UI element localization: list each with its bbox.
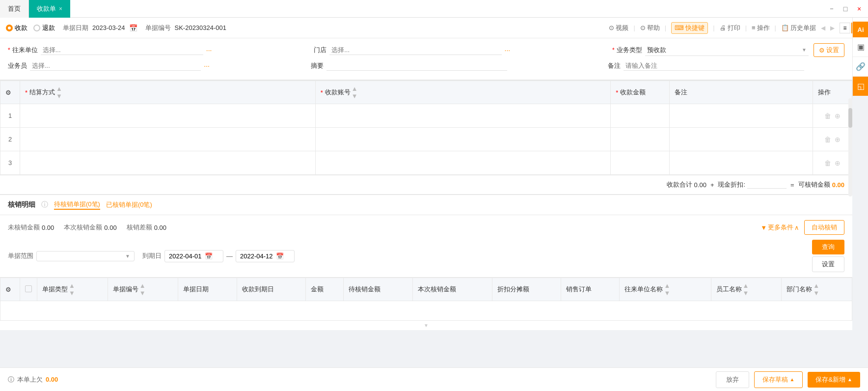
calendar-icon[interactable]: 📅 bbox=[129, 24, 137, 32]
more-conditions-button[interactable]: ▼ 更多条件 ∧ bbox=[760, 223, 799, 232]
scroll-more-indicator: ▼ bbox=[0, 321, 852, 330]
row-2-copy-icon[interactable]: ⊕ bbox=[835, 136, 841, 143]
shortcut-button[interactable]: ⌨ 快捷键 bbox=[671, 22, 708, 34]
date-from-input[interactable]: 2022-04-01 📅 bbox=[164, 250, 223, 262]
store-more-icon[interactable]: ··· bbox=[505, 46, 511, 54]
business-type-select[interactable]: 预收款 ▼ bbox=[645, 45, 809, 56]
date-separator: — bbox=[226, 252, 233, 260]
sidebar-expand-icon[interactable]: ◱ bbox=[853, 77, 868, 96]
writeoff-info-icon[interactable]: ⓘ bbox=[41, 200, 48, 209]
bottom-col-doc-num: 单据编号 ▲▼ bbox=[108, 278, 178, 301]
radio-receipt-dot bbox=[6, 25, 13, 31]
row-2-remark[interactable] bbox=[670, 128, 813, 151]
date-field: 单据日期 2023-03-24 📅 bbox=[63, 24, 137, 32]
th-sort-payment: * 结算方式 ▲▼ bbox=[25, 85, 310, 100]
tab-close-icon[interactable]: × bbox=[59, 5, 62, 12]
select-all-checkbox[interactable] bbox=[25, 285, 32, 292]
history-button[interactable]: 📋 历史单据 bbox=[781, 24, 816, 32]
settings-button[interactable]: ⚙ 设置 bbox=[814, 43, 844, 57]
nav-prev[interactable]: ◀ bbox=[821, 25, 825, 31]
writeoff-section-header: 核销明细 ⓘ 待核销单据(0笔) 已核销单据(0笔) bbox=[0, 195, 852, 215]
sort-staff: ▲▼ bbox=[743, 282, 749, 297]
ai-button[interactable]: Ai bbox=[853, 22, 868, 37]
auto-writeoff-button[interactable]: 自动核销 bbox=[804, 220, 844, 235]
save-draft-label: 保存草稿 bbox=[762, 375, 788, 384]
help-button[interactable]: ⊙ 帮助 bbox=[640, 24, 660, 32]
range-select-arrow: ▼ bbox=[125, 253, 130, 259]
row-1-payment-method[interactable] bbox=[20, 104, 316, 128]
discount-label: 现金折扣: bbox=[718, 180, 745, 189]
range-select[interactable]: ▼ bbox=[36, 251, 135, 261]
sort-icon-payment: ▲▼ bbox=[56, 85, 62, 100]
plus-sign: + bbox=[710, 181, 714, 189]
video-icon: ⊙ bbox=[609, 24, 614, 31]
save-draft-button[interactable]: 保存草稿 ▲ bbox=[754, 371, 803, 388]
current-writeoff-value: 0.00 bbox=[104, 224, 116, 231]
row-3-copy-icon[interactable]: ⊕ bbox=[835, 159, 841, 167]
radio-receipt[interactable]: 收款 bbox=[6, 24, 27, 32]
filter-setting-button[interactable]: 设置 bbox=[812, 256, 844, 272]
row-3-remark[interactable] bbox=[670, 151, 813, 175]
minimize-button[interactable]: － bbox=[827, 4, 837, 14]
row-3-delete-icon[interactable]: 🗑 bbox=[824, 159, 831, 167]
print-button[interactable]: 🖨 打印 bbox=[720, 24, 740, 32]
sort-doc-num: ▲▼ bbox=[139, 282, 146, 297]
bottom-col-setting[interactable]: ⚙ bbox=[0, 278, 20, 301]
uncanceled-stat: 未核销金额 0.00 bbox=[8, 223, 54, 232]
due-date-field: 到期日 2022-04-01 📅 — 2022-04-12 📅 bbox=[142, 250, 295, 262]
writeoff-title: 核销明细 bbox=[8, 200, 35, 209]
row-2-account[interactable] bbox=[315, 128, 611, 151]
scrollbar-thumb[interactable] bbox=[848, 108, 852, 128]
row-2-amount[interactable] bbox=[611, 128, 670, 151]
tab-receipt[interactable]: 收款单 × bbox=[29, 0, 70, 18]
sidebar-link-icon[interactable]: 🔗 bbox=[853, 57, 868, 77]
view-list-icon[interactable]: ≡ bbox=[840, 23, 850, 33]
business-type-arrow: ▼ bbox=[802, 47, 807, 53]
sep5: | bbox=[775, 24, 776, 31]
row-1-delete-icon[interactable]: 🗑 bbox=[824, 112, 831, 120]
staff-input[interactable] bbox=[30, 61, 201, 71]
maximize-button[interactable]: □ bbox=[841, 4, 850, 14]
tab-pending-writeoff[interactable]: 待核销单据(0笔) bbox=[54, 200, 100, 210]
payment-table-body: 1 🗑 ⊕ 2 🗑 bbox=[0, 104, 852, 175]
save-new-button[interactable]: 保存&新增 ▲ bbox=[808, 372, 860, 388]
tab-done-writeoff[interactable]: 已核销单据(0笔) bbox=[106, 200, 152, 209]
store-input[interactable] bbox=[329, 45, 501, 55]
history-icon: 📋 bbox=[781, 24, 789, 31]
date-to-input[interactable]: 2022-04-12 📅 bbox=[236, 250, 295, 262]
counterpart-input[interactable] bbox=[41, 45, 203, 55]
row-1-amount[interactable] bbox=[611, 104, 670, 128]
row-2-delete-icon[interactable]: 🗑 bbox=[824, 136, 831, 143]
col-setting-header[interactable]: ⚙ bbox=[0, 81, 20, 104]
query-button[interactable]: 查询 bbox=[812, 240, 844, 254]
discard-button[interactable]: 放弃 bbox=[716, 371, 749, 388]
row-3-account[interactable] bbox=[315, 151, 611, 175]
discount-input[interactable] bbox=[747, 181, 787, 189]
sort-dept: ▲▼ bbox=[813, 282, 819, 297]
staff-more-icon[interactable]: ··· bbox=[204, 62, 210, 70]
radio-refund[interactable]: 退款 bbox=[33, 24, 55, 32]
row-1-remark[interactable] bbox=[670, 104, 813, 128]
shortcut-label: 快捷键 bbox=[685, 24, 705, 32]
business-type-value: 预收款 bbox=[647, 46, 800, 55]
close-button[interactable]: × bbox=[854, 4, 864, 14]
row-3-amount[interactable] bbox=[611, 151, 670, 175]
tab-home[interactable]: 首页 bbox=[0, 0, 29, 18]
bottom-table: ⚙ 单据类型 ▲▼ 单据编号 ▲▼ bbox=[0, 278, 852, 321]
remark-input[interactable] bbox=[624, 61, 804, 71]
bottom-col-discount: 折扣分摊额 bbox=[492, 278, 561, 301]
row-1-copy-icon[interactable]: ⊕ bbox=[835, 112, 841, 120]
operation-button[interactable]: ≡ 操作 bbox=[752, 24, 770, 32]
operation-label: 操作 bbox=[757, 24, 770, 32]
row-3-payment-method[interactable] bbox=[20, 151, 316, 175]
sep2: | bbox=[665, 24, 666, 31]
scrollbar-track[interactable] bbox=[848, 98, 852, 196]
row-2-payment-method[interactable] bbox=[20, 128, 316, 151]
summary-input[interactable] bbox=[326, 61, 507, 71]
sidebar-list-icon[interactable]: ▣ bbox=[853, 37, 868, 57]
nav-next[interactable]: ▶ bbox=[830, 25, 835, 31]
counterpart-more-icon[interactable]: ··· bbox=[206, 46, 212, 54]
history-label: 历史单据 bbox=[790, 24, 816, 32]
row-1-account[interactable] bbox=[315, 104, 611, 128]
video-button[interactable]: ⊙ 视频 bbox=[609, 24, 628, 32]
